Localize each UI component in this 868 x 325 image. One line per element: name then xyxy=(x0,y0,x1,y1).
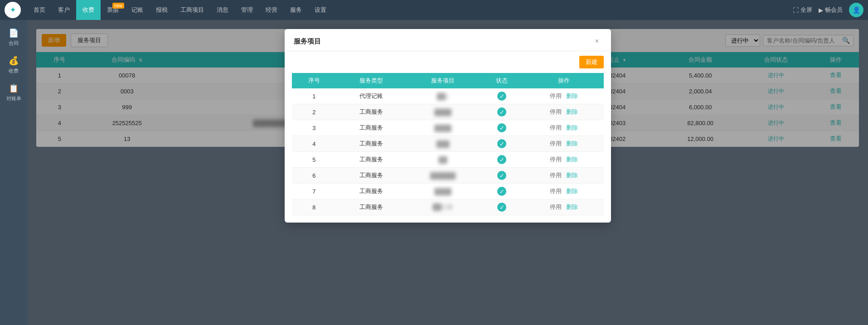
status-check-icon: ✓ xyxy=(497,171,506,180)
table-row: 1 代理记账 ██1 ✓ 停用 删除 xyxy=(292,88,604,104)
nav-tax[interactable]: 报税 xyxy=(150,0,174,20)
nav-settings[interactable]: 设置 xyxy=(308,0,333,20)
fee-icon: 💰 xyxy=(9,56,19,66)
modal-cell-item: ██1 xyxy=(406,88,479,104)
fullscreen-btn[interactable]: ⛶ 全屏 xyxy=(793,6,812,14)
status-check-icon: ✓ xyxy=(497,92,506,101)
modal-cell-actions: 停用 删除 xyxy=(524,168,603,184)
modal-cell-type: 工商服务 xyxy=(336,120,406,136)
modal-cell-item: ██████ xyxy=(406,168,479,184)
new-badge: new xyxy=(112,3,124,9)
modal-cell-type: 工商服务 xyxy=(336,104,406,120)
modal-cell-actions: 停用 删除 xyxy=(524,120,603,136)
status-check-icon: ✓ xyxy=(497,139,506,148)
modal-col-action: 操作 xyxy=(524,73,603,88)
delete-btn[interactable]: 删除 xyxy=(566,92,578,99)
modal-cell-status: ✓ xyxy=(480,104,524,120)
right-tools: ⛶ 全屏 ▶ 畅会员 👤 xyxy=(793,3,863,17)
stop-btn[interactable]: 停用 xyxy=(550,156,562,163)
stop-btn[interactable]: 停用 xyxy=(550,172,562,179)
modal-service-items: 服务项目 × 新建 序号 服务类型 服务项目 状态 xyxy=(285,29,611,223)
delete-btn[interactable]: 删除 xyxy=(566,172,578,179)
table-row: 4 工商服务 ███ ✓ 停用 删除 xyxy=(292,136,604,152)
modal-cell-type: 工商服务 xyxy=(336,199,406,215)
modal-cell-seq: 2 xyxy=(292,104,337,120)
modal-col-seq: 序号 xyxy=(292,73,337,88)
main-content: 新增 服务项目 进行中 全部 已终止 🔍 序 xyxy=(27,20,868,325)
stop-btn[interactable]: 停用 xyxy=(550,204,562,210)
status-check-icon: ✓ xyxy=(497,203,506,212)
member-btn[interactable]: ▶ 畅会员 xyxy=(819,6,843,14)
nav-operation[interactable]: 经营 xyxy=(259,0,284,20)
sidebar-item-reconcile[interactable]: 📋 对账单 xyxy=(1,80,26,106)
nav-manage[interactable]: 管理 xyxy=(235,0,259,20)
table-row: 8 工商服务 ██注册 ✓ 停用 删除 xyxy=(292,199,604,215)
table-row: 5 工商服务 ██ ✓ 停用 删除 xyxy=(292,152,604,168)
nav-customer[interactable]: 客户 xyxy=(52,0,76,20)
modal-title: 服务项目 xyxy=(294,37,321,46)
stop-btn[interactable]: 停用 xyxy=(550,124,562,131)
modal-cell-item: ████ xyxy=(406,120,479,136)
modal-cell-actions: 停用 删除 xyxy=(524,136,603,152)
modal-cell-status: ✓ xyxy=(480,136,524,152)
modal-cell-seq: 6 xyxy=(292,168,337,184)
avatar[interactable]: 👤 xyxy=(849,3,863,17)
delete-btn[interactable]: 删除 xyxy=(566,188,578,194)
modal-body: 序号 服务类型 服务项目 状态 操作 1 代理记账 ██1 ✓ 停用 删除 2 … xyxy=(285,73,611,223)
modal-cell-seq: 8 xyxy=(292,199,337,215)
modal-cell-actions: 停用 删除 xyxy=(524,199,603,215)
nav-fee[interactable]: 收费 xyxy=(76,0,101,20)
modal-cell-item: ████ xyxy=(406,184,479,199)
modal-cell-actions: 停用 删除 xyxy=(524,184,603,199)
status-check-icon: ✓ xyxy=(497,107,506,116)
modal-cell-item: ██ xyxy=(406,152,479,168)
modal-cell-type: 工商服务 xyxy=(336,136,406,152)
modal-table: 序号 服务类型 服务项目 状态 操作 1 代理记账 ██1 ✓ 停用 删除 2 … xyxy=(292,73,604,215)
nav-service[interactable]: 服务 xyxy=(284,0,308,20)
modal-new-btn[interactable]: 新建 xyxy=(579,56,604,68)
stop-btn[interactable]: 停用 xyxy=(550,140,562,147)
modal-cell-type: 工商服务 xyxy=(336,184,406,199)
modal-cell-seq: 7 xyxy=(292,184,337,199)
sidebar-item-contract[interactable]: 📄 合同 xyxy=(1,24,26,50)
app-logo: ✦ xyxy=(5,2,21,18)
status-check-icon: ✓ xyxy=(497,155,506,164)
layout: 📄 合同 💰 收费 📋 对账单 新增 服务项目 进行中 全部 已终止 xyxy=(0,20,868,325)
table-row: 2 工商服务 ████ ✓ 停用 删除 xyxy=(292,104,604,120)
nav-message[interactable]: 消息 xyxy=(210,0,235,20)
modal-toolbar: 新建 xyxy=(285,51,611,73)
delete-btn[interactable]: 删除 xyxy=(566,140,578,147)
modal-close-btn[interactable]: × xyxy=(592,36,601,46)
modal-cell-item: ██注册 xyxy=(406,199,479,215)
modal-cell-item: ███ xyxy=(406,136,479,152)
modal-cell-status: ✓ xyxy=(480,88,524,104)
top-nav: ✦ 首页 客户 收费 票据 new 记账 报税 工商项目 消息 管理 经营 服务… xyxy=(0,0,868,20)
modal-cell-type: 工商服务 xyxy=(336,152,406,168)
modal-cell-status: ✓ xyxy=(480,199,524,215)
modal-col-type: 服务类型 xyxy=(336,73,406,88)
delete-btn[interactable]: 删除 xyxy=(566,108,578,115)
modal-overlay[interactable]: 服务项目 × 新建 序号 服务类型 服务项目 状态 xyxy=(27,20,868,325)
stop-btn[interactable]: 停用 xyxy=(550,188,562,194)
stop-btn[interactable]: 停用 xyxy=(550,92,562,99)
modal-col-status: 状态 xyxy=(480,73,524,88)
delete-btn[interactable]: 删除 xyxy=(566,156,578,163)
delete-btn[interactable]: 删除 xyxy=(566,204,578,210)
modal-cell-type: 工商服务 xyxy=(336,168,406,184)
sidebar-item-fee[interactable]: 💰 收费 xyxy=(1,52,26,78)
nav-business[interactable]: 工商项目 xyxy=(174,0,210,20)
stop-btn[interactable]: 停用 xyxy=(550,108,562,115)
status-check-icon: ✓ xyxy=(497,187,506,196)
modal-cell-seq: 1 xyxy=(292,88,337,104)
modal-cell-seq: 3 xyxy=(292,120,337,136)
nav-bookkeeping[interactable]: 记账 xyxy=(125,0,150,20)
member-icon: ▶ xyxy=(819,7,823,14)
modal-cell-type: 代理记账 xyxy=(336,88,406,104)
nav-home[interactable]: 首页 xyxy=(27,0,52,20)
contract-icon: 📄 xyxy=(9,28,19,38)
modal-cell-actions: 停用 删除 xyxy=(524,152,603,168)
modal-cell-item: ████ xyxy=(406,104,479,120)
nav-invoice[interactable]: 票据 new xyxy=(101,0,125,20)
sidebar: 📄 合同 💰 收费 📋 对账单 xyxy=(0,20,27,325)
delete-btn[interactable]: 删除 xyxy=(566,124,578,131)
